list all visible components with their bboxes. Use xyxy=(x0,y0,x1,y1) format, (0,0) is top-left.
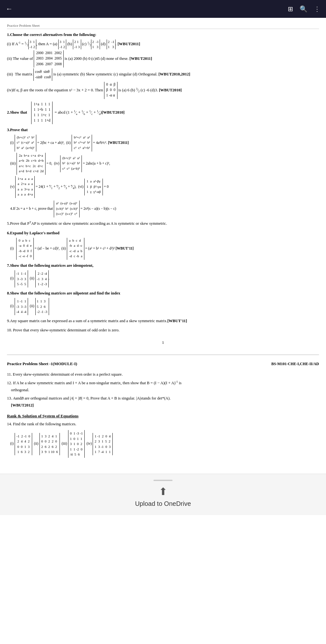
problem-4: 4.If 2s = a + b + c, prove that a² (s-a)… xyxy=(10,201,319,217)
problem-3i: (i) (b+c)² c² b² c² (c+a)² a² b² a² (a+b… xyxy=(10,135,319,152)
problem-1ii: (ii) The value of 2000 2001 2002 2003 20… xyxy=(7,50,319,67)
section-9: 9.Any square matrix can be expressed as … xyxy=(7,318,319,324)
section-3-title: 3.Prove that xyxy=(7,127,319,133)
problem-7: (i) -1 1 -1 3 -3 3 5 -5 5 (ii) 2 -2 -4 -… xyxy=(10,270,319,287)
problem-13: 13. AandB are orthogonal matrices and |A… xyxy=(7,395,319,409)
section-8-title: 8.Show that the following matrices are n… xyxy=(7,290,319,297)
rank-matrices: (i) -1 2 -1 0 2 4 4 2 0 0 1 3 1 6 3 2 (i… xyxy=(10,430,319,458)
section-6-title: 6.Expand by Laplace's method xyxy=(7,230,319,237)
more-menu-icon[interactable]: ⋮ xyxy=(314,5,320,13)
problem-3v: (v) 1+a a a a a 2+a a a a a 3+a a a a a … xyxy=(10,176,319,198)
problem-1iii: (iii) The matrix cosθ sinθ-sinθ cosθ is … xyxy=(7,68,319,81)
grid-icon[interactable]: ⊞ xyxy=(288,5,293,13)
problem-1iv: (iv)If α, β are the roots of the equatio… xyxy=(7,82,319,99)
top-bar: ← ⊞ 🔍 ⋮ xyxy=(0,0,326,18)
problem-1i: (i) If A-1 = 1⁄73 1-1 2, then A = (a) 3 … xyxy=(7,39,319,49)
upload-label[interactable]: Upload to OneDrive xyxy=(135,500,191,507)
practice-header: Practice Problem Sheet -1(MODULE-I) BS-M… xyxy=(7,361,319,366)
section-7: 7.Show that the following matrices are i… xyxy=(7,262,319,287)
problem-9: 9.Any square matrix can be expressed as … xyxy=(7,318,319,324)
problem-12: 12. If A be a skew symmetric matrix and … xyxy=(7,379,319,394)
section-1-title: 1.Choose the correct alternatives from t… xyxy=(7,32,319,38)
problem-14-title: 14. Find the rank of the following matri… xyxy=(7,421,319,428)
back-button[interactable]: ← xyxy=(6,5,13,13)
problem-3iii: (iii) 2a b+a c+a d+a a+b 2b c+b d+b a+c … xyxy=(10,153,319,175)
section-3: 3.Prove that (i) (b+c)² c² b² c² (c+a)² … xyxy=(7,127,319,198)
upload-bar-handle xyxy=(153,480,173,481)
search-icon[interactable]: 🔍 xyxy=(300,5,308,13)
page-number: 1 xyxy=(7,340,319,345)
problem-11: 11. Every skew-symmetric determinant of … xyxy=(7,371,319,378)
problem-6i: (i) 0 a b c -a 0 d e -b -d 0 f -c -e -f … xyxy=(10,238,319,260)
section-8: 8.Show that the following matrices are n… xyxy=(7,290,319,315)
practice-sheet-title: Practice Problem Sheet -1(MODULE-I) xyxy=(7,361,77,366)
problem-10: 10. Prove that every skew-symmetric dete… xyxy=(7,327,319,334)
section-5: 5.Prove that PTAP is symmetric or skew s… xyxy=(7,220,319,227)
section-1: 1.Choose the correct alternatives from t… xyxy=(7,32,319,99)
section-2-title: 2.Show that 1+a 1 1 1 1 1+b 1 1 1 1 1+c … xyxy=(7,102,319,124)
section-10: 10. Prove that every skew-symmetric dete… xyxy=(7,327,319,334)
upload-bar[interactable]: ⬆ Upload to OneDrive xyxy=(0,474,326,515)
upload-icon: ⬆ xyxy=(159,485,167,498)
main-content: Practice Problem Sheet 1.Choose the corr… xyxy=(0,18,326,467)
problem-8: (i) 1 -1 1 -3 3 -3 -4 4 -4 (ii) 1 1 3 5 … xyxy=(10,298,319,315)
section-4: 4.If 2s = a + b + c, prove that a² (s-a)… xyxy=(7,201,319,217)
rank-section-title: Rank & Solution of System of Equations xyxy=(7,414,319,419)
section-2: 2.Show that 1+a 1 1 1 1 1+b 1 1 1 1 1+c … xyxy=(7,102,319,124)
section-7-title: 7.Show that the following matrices are i… xyxy=(7,262,319,269)
page-divider xyxy=(7,355,319,355)
practice-problems-11-13: 11. Every skew-symmetric determinant of … xyxy=(7,371,319,409)
practice-sheet-code: BS-M101-CHE-I,CHE-II/AD xyxy=(271,362,319,366)
problem-5: 5.Prove that PTAP is symmetric or skew s… xyxy=(7,220,319,227)
doc-header: Practice Problem Sheet xyxy=(7,24,319,29)
section-6: 6.Expand by Laplace's method (i) 0 a b c… xyxy=(7,230,319,260)
